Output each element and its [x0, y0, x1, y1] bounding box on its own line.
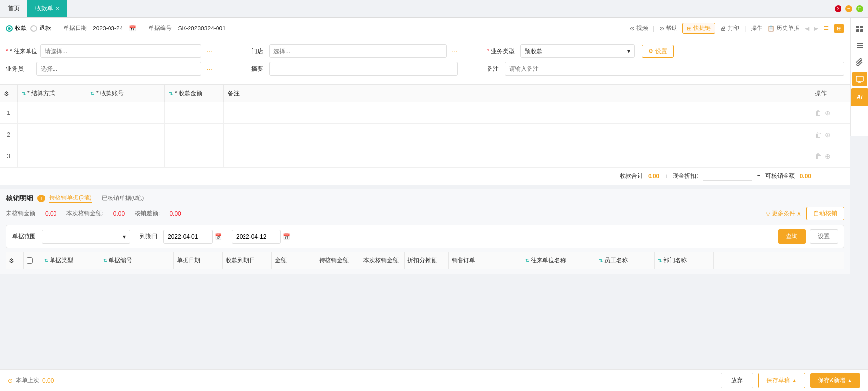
remark-field: 备注 [487, 62, 844, 76]
info-icon[interactable]: i [37, 195, 45, 202]
ai-section: Ai [851, 88, 868, 106]
calendar-icon[interactable]: 📅 [129, 25, 136, 32]
btcol-settings[interactable]: ⚙ [6, 252, 24, 269]
row-2-copy-icon[interactable]: ⊕ [825, 131, 831, 139]
row-2-account[interactable] [86, 124, 165, 145]
range-select[interactable]: ▾ [42, 230, 130, 244]
svg-rect-5 [857, 45, 863, 46]
row-2-delete-icon[interactable]: 🗑 [815, 131, 822, 139]
business-type-select[interactable]: 预收款 ▾ [520, 44, 635, 58]
col-settings[interactable]: ⚙ [0, 85, 18, 102]
radio-refund[interactable]: 退款 [30, 24, 51, 32]
window-max-btn[interactable]: □ [856, 5, 863, 12]
calendar-to-icon[interactable]: 📅 [283, 233, 290, 240]
shop-input[interactable] [269, 44, 447, 58]
summary-input[interactable] [269, 62, 458, 76]
partner-field: * * 往来单位 ··· [6, 44, 212, 58]
calendar-from-icon[interactable]: 📅 [215, 233, 222, 240]
partner-more-btn[interactable]: ··· [206, 47, 212, 55]
settings-btn[interactable]: ⚙ 设置 [642, 45, 674, 58]
row-3-delete-icon[interactable]: 🗑 [815, 152, 822, 160]
grid-view-btn[interactable]: ⊞ [834, 24, 844, 33]
window-close-btn[interactable]: × [835, 5, 841, 12]
discard-btn[interactable]: 放弃 [721, 373, 753, 388]
sidebar-table-icon[interactable] [852, 22, 867, 36]
table-row: 1 🗑 ⊕ [0, 102, 850, 124]
radio-collect[interactable]: 收款 [6, 24, 27, 32]
row-3-copy-icon[interactable]: ⊕ [825, 152, 831, 160]
verify-title: 核销明细 i 待核销单据(0笔) 已核销单据(0笔) [6, 194, 844, 203]
pending-tab[interactable]: 待核销单据(0笔) [49, 194, 92, 203]
row-2-settle[interactable] [18, 124, 86, 145]
tab-home[interactable]: 首页 [0, 0, 27, 17]
date-from-input[interactable] [163, 230, 213, 244]
row-3-settle[interactable] [18, 145, 86, 167]
summary-field: 摘要 [251, 62, 458, 76]
business-type-label: * 业务类型 [487, 47, 515, 56]
btcol-staff: ⇅ 员工名称 [596, 252, 655, 269]
remark-input[interactable] [505, 62, 844, 76]
btcol-due-date: 收款到期日 [223, 252, 272, 269]
sidebar-screen-icon[interactable] [852, 72, 867, 86]
verify-settings-btn[interactable]: 设置 [810, 229, 838, 244]
remark-label: 备注 [487, 65, 499, 73]
date-to-input[interactable] [232, 230, 281, 244]
row-2-num: 2 [0, 124, 18, 145]
sidebar-doc-icon[interactable] [852, 38, 867, 53]
shop-more-btn[interactable]: ··· [452, 47, 458, 55]
row-1-delete-icon[interactable]: 🗑 [815, 109, 822, 117]
staff-input[interactable] [36, 62, 201, 76]
tab-close-icon[interactable]: × [56, 5, 59, 12]
list-view-icon[interactable]: ≡ [823, 23, 829, 33]
partner-input[interactable] [40, 44, 201, 58]
video-btn[interactable]: ⊙ 视频 [630, 24, 648, 32]
history-icon: 📋 [767, 25, 775, 32]
svg-rect-7 [856, 76, 863, 81]
row-2-remark[interactable] [224, 124, 811, 145]
help-label: 帮助 [666, 24, 678, 32]
row-3-remark[interactable] [224, 145, 811, 167]
operate-btn[interactable]: 操作 [751, 24, 762, 32]
shop-label: 门店 [251, 47, 263, 56]
print-btn[interactable]: 🖨 打印 [720, 24, 739, 32]
row-1-amount[interactable] [165, 102, 224, 123]
draft-btn[interactable]: 保存草稿 ▲ [758, 373, 805, 388]
shortcut-btn[interactable]: ⊞ 快捷键 [682, 23, 715, 34]
select-all-checkbox[interactable] [27, 257, 33, 264]
query-btn[interactable]: 查询 [778, 229, 806, 244]
radio-refund-dot [30, 25, 37, 32]
row-1-account[interactable] [86, 102, 165, 123]
more-conditions-btn[interactable]: ▽ 更多条件 ∧ [766, 209, 801, 218]
shortcut-icon: ⊞ [687, 25, 692, 32]
history-btn[interactable]: 📋 历史单据 [767, 24, 800, 32]
row-3-amount[interactable] [165, 145, 224, 167]
staff-more-btn[interactable]: ··· [206, 65, 212, 73]
col-amount: ⇅ * 收款金额 [165, 85, 224, 102]
row-2-amount[interactable] [165, 124, 224, 145]
discount-input[interactable] [703, 171, 752, 181]
btcol-bill-no: ⇅ 单据编号 [100, 252, 174, 269]
tab-receipts[interactable]: 收款单 × [27, 0, 67, 17]
equals-sign: = [757, 173, 760, 180]
btcol-checkbox[interactable] [24, 252, 41, 269]
window-min-btn[interactable]: − [845, 5, 852, 12]
col-actions-header: 操作 [811, 85, 850, 102]
ai-btn[interactable]: Ai [851, 88, 868, 106]
row-1-settle[interactable] [18, 102, 86, 123]
table-row: 2 🗑 ⊕ [0, 124, 850, 145]
row-1-remark[interactable] [224, 102, 811, 123]
help-btn[interactable]: ⊙ 帮助 [659, 24, 678, 32]
toolbar-right: ⊙ 视频 | ⊙ 帮助 ⊞ 快捷键 🖨 打印 | 操作 📋 历史单据 [630, 23, 844, 34]
discount-label: 现金折扣: [673, 172, 698, 180]
auto-verify-btn[interactable]: 自动核销 [806, 207, 844, 220]
current-verify-value: 0.00 [113, 210, 125, 217]
save-new-btn[interactable]: 保存&新增 ▲ [810, 373, 860, 388]
done-tab[interactable]: 已核销单据(0笔) [102, 194, 144, 202]
sidebar-attach-icon[interactable] [852, 55, 867, 70]
row-3-account[interactable] [86, 145, 165, 167]
bill-date-value[interactable]: 2023-03-24 [93, 25, 123, 32]
range-chevron: ▾ [123, 233, 126, 240]
current-verify-label: 本次核销金额: [66, 209, 103, 218]
col-remark: 备注 [224, 85, 811, 102]
row-1-copy-icon[interactable]: ⊕ [825, 109, 831, 117]
